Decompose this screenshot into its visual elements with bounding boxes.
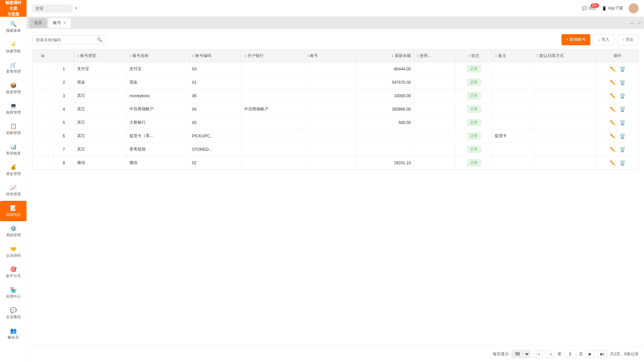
page-prev-button[interactable]: ◀ — [546, 350, 555, 358]
page-last-button[interactable]: ▶| — [597, 350, 607, 358]
tab-home-label: 首页 — [34, 20, 42, 26]
th-use[interactable]: ↕ 使用... — [414, 50, 455, 62]
th-settings[interactable]: ⚙ — [33, 50, 53, 62]
sidebar-label-beginner-guide: 新手引导 — [6, 274, 21, 279]
page-size-select[interactable]: 50 10 20 100 — [512, 350, 530, 358]
table-row: 2 现金 现金 01 547670.00 正常 ✏️ 🗑️ — [33, 76, 638, 89]
row-settlement — [534, 116, 597, 129]
table-row: 1 支付宝 支付宝 03 -90444.00 正常 ✏️ 🗑️ — [33, 62, 638, 76]
th-account[interactable]: ↕ 账号 — [304, 50, 357, 62]
tab-maximize-button[interactable]: ⤢ — [637, 20, 641, 25]
inventory-icon: 📊 — [10, 143, 17, 150]
edit-button[interactable]: ✏️ — [608, 66, 617, 72]
row-settings — [33, 116, 53, 129]
tab-bar: 首页 账号 ✕ — ⤢ — [27, 17, 644, 29]
sidebar-item-purchase-mgmt[interactable]: 📋采购管理 — [0, 119, 26, 139]
tab-minimize-button[interactable]: — — [630, 20, 635, 25]
sidebar-item-retail-mgmt[interactable]: 🛒零售管理 — [0, 58, 26, 78]
edit-button[interactable]: ✏️ — [608, 160, 617, 166]
row-num: 1 — [53, 62, 74, 76]
sidebar-item-enterprise-wechat[interactable]: 💬企业微信 — [0, 303, 26, 323]
th-name[interactable]: ↕ 账号名称 — [126, 50, 189, 62]
tab-home[interactable]: 首页 — [30, 18, 47, 28]
sidebar-item-member[interactable]: 👥畅会员 — [0, 323, 26, 344]
export-button[interactable]: ↑ 导出 — [617, 34, 639, 45]
sidebar-item-search-menu[interactable]: 🔍搜索菜单 — [0, 17, 26, 37]
row-balance: -90444.00 — [356, 62, 414, 76]
delete-button[interactable]: 🗑️ — [618, 79, 627, 86]
row-num: 7 — [53, 143, 74, 156]
sidebar-item-sys-mgmt[interactable]: ⚙️系统管理 — [0, 221, 26, 242]
search-icon[interactable]: 🔍 — [97, 37, 102, 42]
delete-button[interactable]: 🗑️ — [618, 66, 627, 72]
row-account — [304, 116, 357, 129]
row-name: 中百商场账户 — [126, 103, 189, 116]
th-bank[interactable]: ↕ 开户银行 — [241, 50, 304, 62]
sidebar-item-app-center[interactable]: 🏪应用中心 — [0, 283, 26, 303]
enterprise-agreement-icon: 🤝 — [10, 246, 17, 252]
ops-mgmt-icon: 📈 — [10, 184, 17, 191]
th-type[interactable]: ↕ 账号类型 — [74, 50, 127, 62]
th-balance[interactable]: ↕ 最新余额 — [356, 50, 414, 62]
edit-button[interactable]: ✏️ — [608, 79, 617, 86]
sidebar-item-ops-mgmt[interactable]: 📈经营管理 — [0, 180, 26, 201]
sidebar-item-enterprise-agreement[interactable]: 🤝企业协同 — [0, 242, 26, 262]
row-type: 其它 — [74, 89, 127, 103]
app-logo: 畅捷通时生意乐意版 — [0, 0, 26, 17]
row-note — [492, 76, 534, 89]
sidebar-item-basic-info[interactable]: 📝基础信息 — [0, 201, 26, 221]
row-note: 提货卡 — [492, 129, 534, 143]
tab-close-icon[interactable]: ✕ — [63, 21, 66, 25]
sidebar-item-wholesale-mgmt[interactable]: 📦批发管理 — [0, 78, 26, 99]
edit-button[interactable]: ✏️ — [608, 119, 617, 126]
table-row: 7 其它 零售抵现 STORED... 正常 ✏️ 🗑️ — [33, 143, 638, 156]
row-use — [414, 156, 455, 170]
sidebar-label-wholesale-mgmt: 批发管理 — [6, 89, 21, 95]
delete-button[interactable]: 🗑️ — [618, 106, 627, 113]
page-input[interactable] — [564, 350, 576, 358]
row-type: 其它 — [74, 143, 127, 156]
import-button[interactable]: ↓ 导入 — [593, 34, 614, 45]
th-note[interactable]: ↕ 备注 — [492, 50, 534, 62]
th-code[interactable]: ↕ 账号编码 — [189, 50, 241, 62]
page-next-button[interactable]: ▶ — [586, 350, 595, 358]
tab-account[interactable]: 账号 ✕ — [48, 18, 71, 28]
edit-button[interactable]: ✏️ — [608, 106, 617, 113]
sidebar-label-ops-mgmt: 经营管理 — [6, 192, 21, 197]
top-search-input[interactable] — [32, 4, 72, 12]
row-code: 03 — [189, 62, 241, 76]
table-row: 3 其它 moneybosx 06 10000.00 正常 ✏️ 🗑️ — [33, 89, 638, 103]
row-use — [414, 116, 455, 129]
add-account-button[interactable]: + 新增账号 — [561, 34, 590, 45]
app-download-button[interactable]: 📱 App下载 — [602, 5, 623, 11]
row-num: 2 — [53, 76, 74, 89]
th-status[interactable]: ↕ 状态 — [455, 50, 492, 62]
row-name: 现金 — [126, 76, 189, 89]
search-input[interactable] — [36, 38, 97, 42]
dropdown-arrow-icon[interactable]: ▾ — [75, 6, 77, 11]
row-action: ✏️ 🗑️ — [596, 62, 638, 76]
delete-button[interactable]: 🗑️ — [618, 133, 627, 139]
sidebar-item-ecommerce-mgmt[interactable]: 💻电商管理 — [0, 99, 26, 119]
delete-button[interactable]: 🗑️ — [618, 160, 627, 166]
th-settlement[interactable]: ↕ 默认结算方式 — [534, 50, 597, 62]
message-button[interactable]: 💬 消息 99+ — [582, 5, 596, 11]
delete-button[interactable]: 🗑️ — [618, 119, 627, 126]
sidebar-label-member: 畅会员 — [8, 335, 19, 340]
edit-button[interactable]: ✏️ — [608, 133, 617, 139]
edit-button[interactable]: ✏️ — [608, 93, 617, 99]
avatar[interactable] — [629, 3, 639, 13]
row-name: 大新银行 — [126, 116, 189, 129]
sidebar-item-inventory[interactable]: 📊库存核算 — [0, 139, 26, 160]
page-first-button[interactable]: |◀ — [533, 350, 543, 358]
page-size-label: 每页显示 — [493, 351, 509, 357]
edit-button[interactable]: ✏️ — [608, 146, 617, 153]
delete-button[interactable]: 🗑️ — [618, 146, 627, 153]
row-use — [414, 76, 455, 89]
delete-button[interactable]: 🗑️ — [618, 93, 627, 99]
sidebar-item-beginner-guide[interactable]: 🎯新手引导 — [0, 262, 26, 283]
sidebar-item-finance-mgmt[interactable]: 💰资金管理 — [0, 160, 26, 180]
message-badge: 99+ — [591, 3, 599, 8]
sidebar-item-quick-nav[interactable]: ⚡快捷导航 — [0, 37, 26, 58]
export-label: 导出 — [626, 37, 634, 43]
